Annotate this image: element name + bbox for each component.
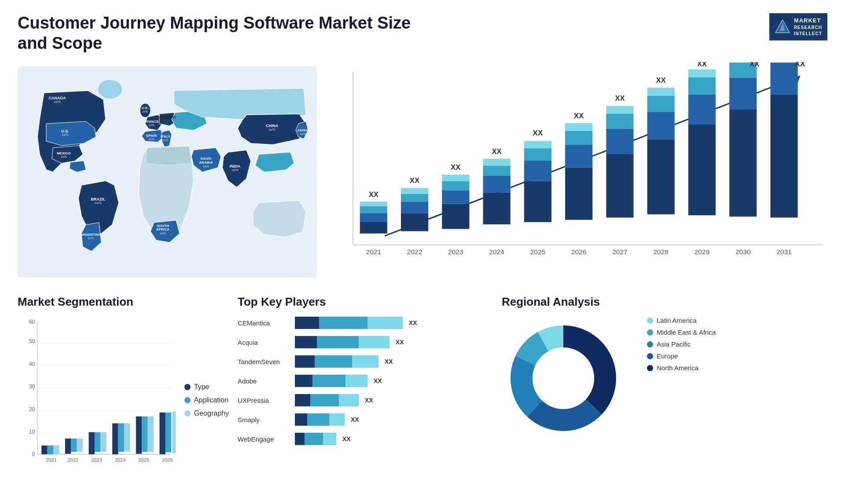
svg-text:JAPAN: JAPAN bbox=[297, 128, 309, 132]
player-xx-label: XX bbox=[342, 435, 351, 442]
svg-rect-126 bbox=[89, 432, 95, 454]
svg-rect-54 bbox=[442, 190, 469, 204]
player-bar-segment bbox=[359, 336, 389, 348]
svg-text:2028: 2028 bbox=[653, 248, 669, 256]
player-row: TandemSevenXX bbox=[238, 355, 493, 368]
svg-text:xx%: xx% bbox=[164, 119, 170, 122]
svg-rect-130 bbox=[112, 424, 118, 454]
world-map-svg: CANADA xx% U.S. xx% MEXICO xx% BRAZIL xx… bbox=[18, 62, 317, 282]
regional-legend: Latin AmericaMiddle East & AfricaAsia Pa… bbox=[647, 317, 716, 372]
svg-rect-86 bbox=[647, 88, 675, 96]
svg-rect-55 bbox=[442, 181, 469, 190]
svg-rect-140 bbox=[173, 412, 176, 453]
player-bar-segment bbox=[315, 355, 352, 368]
svg-rect-41 bbox=[360, 222, 387, 234]
svg-text:2023: 2023 bbox=[448, 248, 463, 256]
svg-rect-43 bbox=[360, 206, 387, 213]
player-bar-segment bbox=[295, 317, 319, 329]
svg-rect-67 bbox=[524, 148, 551, 161]
svg-rect-91 bbox=[688, 77, 716, 95]
player-bar-inner bbox=[295, 433, 336, 445]
segmentation-title: Market Segmentation bbox=[18, 295, 229, 309]
svg-rect-89 bbox=[688, 124, 716, 215]
player-bar-segment bbox=[295, 336, 317, 348]
player-bar-segment bbox=[307, 413, 329, 426]
svg-rect-132 bbox=[124, 424, 130, 452]
svg-text:XX: XX bbox=[533, 129, 543, 137]
svg-text:10: 10 bbox=[29, 429, 35, 435]
svg-rect-138 bbox=[159, 413, 165, 454]
regional-title: Regional Analysis bbox=[502, 295, 827, 309]
svg-text:FRANCE: FRANCE bbox=[144, 120, 159, 124]
player-name: Adobe bbox=[238, 377, 290, 385]
world-map-area: CANADA xx% U.S. xx% MEXICO xx% BRAZIL xx… bbox=[18, 62, 317, 282]
svg-text:2024: 2024 bbox=[489, 248, 504, 256]
svg-rect-71 bbox=[565, 168, 592, 220]
svg-rect-72 bbox=[565, 145, 592, 168]
svg-rect-68 bbox=[524, 141, 551, 149]
regional-dot bbox=[647, 353, 653, 359]
player-row: CEManticaXX bbox=[238, 317, 493, 329]
regional-label: Latin America bbox=[657, 317, 697, 324]
svg-rect-66 bbox=[524, 161, 551, 181]
segmentation-section: Market Segmentation 0 10 20 30 40 50 60 bbox=[18, 295, 229, 504]
svg-text:XX: XX bbox=[656, 76, 666, 84]
svg-rect-96 bbox=[729, 78, 757, 110]
regional-label: Europe bbox=[657, 352, 678, 360]
regional-label: Middle East & Africa bbox=[657, 329, 716, 336]
player-bar-segment bbox=[345, 375, 367, 387]
application-dot bbox=[184, 397, 191, 403]
svg-rect-100 bbox=[770, 95, 797, 218]
donut-svg bbox=[502, 317, 625, 440]
svg-rect-92 bbox=[688, 69, 716, 77]
player-bar-inner bbox=[295, 375, 367, 387]
svg-text:2030: 2030 bbox=[735, 248, 751, 256]
svg-rect-127 bbox=[95, 432, 100, 452]
growth-chart-svg: XX 2021 XX 2022 XX 2023 XX 2024 bbox=[326, 62, 827, 282]
regional-section: Regional Analysis bbox=[502, 295, 827, 504]
player-bar-segment bbox=[352, 355, 378, 368]
regional-content: Latin AmericaMiddle East & AfricaAsia Pa… bbox=[502, 317, 827, 440]
svg-text:2026: 2026 bbox=[162, 457, 173, 463]
regional-legend-item: North America bbox=[647, 364, 716, 372]
legend-application: Application bbox=[184, 396, 229, 404]
svg-text:MEXICO: MEXICO bbox=[57, 151, 71, 155]
player-xx-label: XX bbox=[385, 358, 393, 365]
top-section: CANADA xx% U.S. xx% MEXICO xx% BRAZIL xx… bbox=[18, 62, 827, 282]
legend-geography: Geography bbox=[184, 409, 229, 417]
svg-rect-44 bbox=[360, 202, 387, 206]
player-xx-label: XX bbox=[396, 339, 404, 346]
svg-rect-84 bbox=[647, 112, 675, 139]
svg-rect-122 bbox=[65, 438, 71, 454]
svg-text:XX: XX bbox=[369, 190, 378, 199]
svg-text:xx%: xx% bbox=[148, 138, 154, 141]
svg-text:xx%: xx% bbox=[62, 133, 68, 137]
logo: MARKET RESEARCH INTELLECT bbox=[769, 13, 827, 40]
player-bar-segment bbox=[305, 433, 323, 445]
svg-rect-48 bbox=[401, 202, 428, 213]
svg-text:xx%: xx% bbox=[142, 110, 148, 113]
svg-rect-101 bbox=[770, 62, 797, 95]
player-bar-segment bbox=[317, 336, 359, 348]
svg-rect-118 bbox=[41, 446, 47, 454]
svg-rect-123 bbox=[71, 438, 77, 452]
svg-rect-128 bbox=[100, 432, 106, 452]
svg-rect-135 bbox=[142, 416, 147, 452]
seg-legend: Type Application Geography bbox=[184, 383, 229, 417]
player-bar-segment bbox=[295, 394, 310, 406]
seg-chart-area: 0 10 20 30 40 50 60 bbox=[18, 317, 176, 484]
growth-chart-area: XX 2021 XX 2022 XX 2023 XX 2024 bbox=[326, 62, 827, 282]
legend-type: Type bbox=[184, 383, 229, 391]
players-list: CEManticaXXAcquiaXXTandemSevenXXAdobeXXU… bbox=[238, 317, 493, 445]
player-xx-label: XX bbox=[365, 397, 373, 404]
regional-dot bbox=[647, 341, 653, 347]
svg-text:40: 40 bbox=[29, 361, 35, 367]
svg-text:xx%: xx% bbox=[268, 128, 275, 131]
regional-dot bbox=[647, 329, 653, 336]
donut-chart bbox=[502, 317, 625, 440]
player-bar-wrap: XX bbox=[295, 355, 493, 368]
bottom-section: Market Segmentation 0 10 20 30 40 50 60 bbox=[18, 295, 827, 504]
svg-point-3 bbox=[98, 80, 122, 99]
seg-chart-wrap: 0 10 20 30 40 50 60 bbox=[18, 317, 229, 484]
page-title: Customer Journey Mapping Software Market… bbox=[18, 13, 414, 53]
